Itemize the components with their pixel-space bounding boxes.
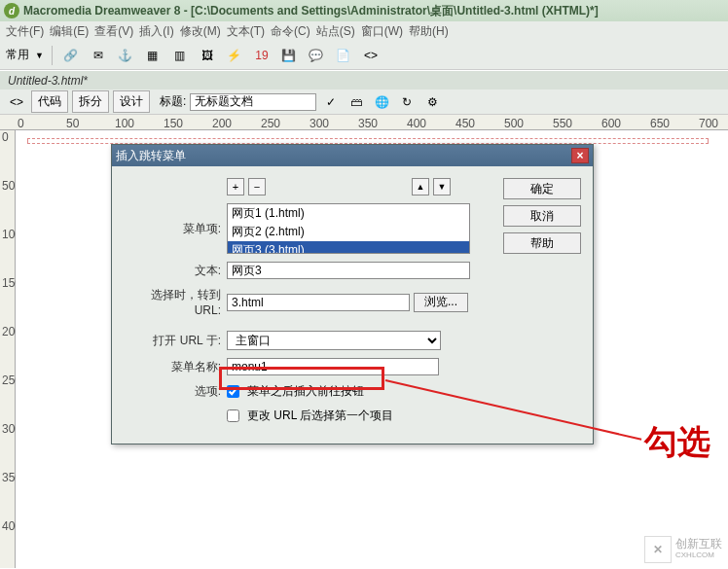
list-item[interactable]: 网页2 (2.html) (228, 223, 469, 241)
insert-go-button-checkbox[interactable] (227, 385, 239, 398)
open-in-label: 打开 URL 于: (124, 333, 227, 349)
menu-help[interactable]: 帮助(H) (407, 23, 451, 40)
ruler-vertical: 050100150200250300350400 (0, 130, 16, 568)
toolbar-category[interactable]: 常用 (6, 47, 29, 63)
jump-menu-dialog: 插入跳转菜单 × + − ▲ ▼ 菜单项: 网页1 (1.html)网页2 (2… (111, 144, 594, 445)
comment-icon[interactable]: 💬 (306, 45, 327, 66)
date-icon[interactable]: 19 (251, 45, 273, 66)
hyperlink-icon[interactable]: 🔗 (60, 45, 82, 66)
email-icon[interactable]: ✉ (88, 45, 109, 66)
app-logo-icon: d (4, 3, 19, 18)
url-label: 选择时，转到 URL: (124, 287, 227, 317)
menu-name-input[interactable] (227, 358, 439, 375)
anchor-icon[interactable]: ⚓ (115, 45, 136, 66)
select-first-checkbox[interactable] (227, 409, 239, 422)
document-tab-bar: Untitled-3.html* (0, 70, 728, 89)
menu-file[interactable]: 文件(F) (4, 23, 46, 40)
title-label: 标题: (160, 93, 186, 110)
url-input[interactable] (227, 294, 410, 311)
tag-icon[interactable]: <> (360, 45, 382, 66)
annotation-text: 勾选 (644, 420, 710, 465)
code-view-icon[interactable]: <> (6, 91, 27, 113)
add-item-button[interactable]: + (227, 178, 244, 196)
menu-name-label: 菜单名称: (124, 359, 227, 375)
help-button[interactable]: 帮助 (503, 232, 581, 254)
menu-items-listbox[interactable]: 网页1 (1.html)网页2 (2.html)网页3 (3.html) (227, 203, 470, 254)
open-in-select[interactable]: 主窗口 (227, 331, 441, 350)
templates-icon[interactable]: 📄 (333, 45, 354, 66)
code-button[interactable]: 代码 (31, 90, 68, 113)
menu-insert[interactable]: 插入(I) (137, 23, 175, 40)
cancel-button[interactable]: 取消 (503, 205, 581, 227)
menu-site[interactable]: 站点(S) (314, 23, 357, 40)
flash-icon[interactable]: ⚡ (224, 45, 245, 66)
select-first-label: 更改 URL 后选择第一个项目 (247, 408, 393, 424)
preview-icon[interactable]: 🌐 (371, 91, 392, 113)
toolbar-dropdown-icon[interactable]: ▼ (35, 51, 44, 60)
browse-button[interactable]: 浏览... (414, 293, 468, 312)
menu-view[interactable]: 查看(V) (92, 23, 135, 40)
watermark-logo-icon: ✕ (644, 536, 672, 563)
options-icon[interactable]: ⚙ (421, 91, 443, 113)
menu-edit[interactable]: 编辑(E) (48, 23, 91, 40)
document-toolbar: <> 代码 拆分 设计 标题: ✓ 🗃 🌐 ↻ ⚙ (0, 89, 728, 115)
table-icon[interactable]: ▦ (142, 45, 164, 66)
watermark-brand: 创新互联 (675, 539, 722, 550)
toolbar-separator (52, 46, 53, 65)
design-button[interactable]: 设计 (113, 90, 150, 113)
ruler-horizontal: 0501001502002503003504004505005506006507… (0, 115, 728, 130)
move-up-button[interactable]: ▲ (412, 178, 429, 196)
document-tab[interactable]: Untitled-3.html* (8, 74, 88, 88)
split-button[interactable]: 拆分 (72, 90, 109, 113)
layout-icon[interactable]: ▥ (169, 45, 191, 66)
list-item[interactable]: 网页1 (1.html) (228, 204, 469, 223)
validate-icon[interactable]: ✓ (320, 91, 342, 113)
file-mgmt-icon[interactable]: 🗃 (346, 91, 367, 113)
refresh-icon[interactable]: ↻ (396, 91, 418, 113)
options-label: 选项: (124, 383, 227, 400)
dialog-title: 插入跳转菜单 (116, 148, 186, 164)
watermark: ✕ 创新互联 CXHLCOM (644, 536, 722, 563)
menu-window[interactable]: 窗口(W) (359, 23, 405, 40)
page-title-input[interactable] (190, 93, 316, 111)
menu-text[interactable]: 文本(T) (225, 23, 267, 40)
app-title: Macromedia Dreamweaver 8 - [C:\Documents… (23, 3, 599, 19)
dialog-titlebar[interactable]: 插入跳转菜单 × (112, 145, 593, 166)
watermark-sub: CXHLCOM (675, 550, 722, 560)
title-bar: d Macromedia Dreamweaver 8 - [C:\Documen… (0, 0, 728, 21)
close-icon[interactable]: × (571, 148, 589, 163)
remove-item-button[interactable]: − (248, 178, 266, 196)
text-label: 文本: (124, 263, 227, 279)
text-input[interactable] (227, 262, 470, 279)
menu-bar: 文件(F) 编辑(E) 查看(V) 插入(I) 修改(M) 文本(T) 命令(C… (0, 21, 728, 41)
ok-button[interactable]: 确定 (503, 178, 581, 199)
menu-commands[interactable]: 命令(C) (269, 23, 312, 40)
list-item[interactable]: 网页3 (3.html) (228, 241, 469, 254)
menu-modify[interactable]: 修改(M) (178, 23, 223, 40)
menu-items-label: 菜单项: (124, 221, 227, 237)
server-icon[interactable]: 💾 (278, 45, 300, 66)
insert-toolbar: 常用 ▼ 🔗 ✉ ⚓ ▦ ▥ 🖼 ⚡ 19 💾 💬 📄 <> (0, 41, 728, 70)
image-icon[interactable]: 🖼 (197, 45, 218, 66)
move-down-button[interactable]: ▼ (433, 178, 451, 196)
insert-go-button-label: 菜单之后插入前往按钮 (247, 383, 364, 400)
